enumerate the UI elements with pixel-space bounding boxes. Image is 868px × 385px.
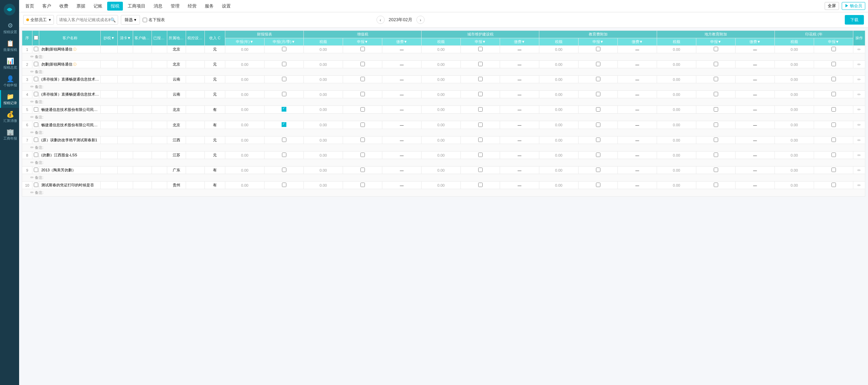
row-jy-sb[interactable] — [579, 121, 618, 129]
row-yh-sb[interactable] — [814, 137, 853, 144]
row-caiwu-yue[interactable] — [265, 61, 304, 68]
nav-baoshui[interactable]: 报税 — [107, 2, 123, 11]
row-yh-sb[interactable] — [814, 152, 853, 159]
row-select-cell[interactable] — [32, 46, 39, 53]
nav-home[interactable]: 首页 — [22, 2, 38, 11]
row-checkbox[interactable] — [34, 107, 38, 112]
row-ops-edit[interactable]: ✏ — [853, 61, 865, 68]
row-checkbox[interactable] — [831, 47, 836, 51]
row-caiwu-yue[interactable] — [265, 167, 304, 174]
row-cs-sb[interactable] — [461, 137, 500, 144]
row-ops-edit[interactable]: ✏ — [853, 121, 865, 129]
row-jy-sb[interactable] — [579, 46, 618, 53]
sidebar-item-geshui-shenbao[interactable]: 👤 个税申报 — [0, 72, 19, 90]
fullscreen-button[interactable]: 全屏 — [825, 2, 839, 10]
row-ops-edit[interactable]: ✏ — [853, 76, 865, 83]
row-checkbox[interactable] — [596, 168, 600, 172]
row-checkbox[interactable] — [831, 138, 836, 142]
row-checkbox[interactable] — [714, 153, 718, 157]
row-checkbox[interactable] — [831, 168, 836, 172]
row-checkbox[interactable] — [596, 92, 600, 96]
row-df-sb[interactable] — [696, 152, 736, 159]
row-checkbox[interactable] — [596, 153, 600, 157]
row-cs-sb[interactable] — [461, 167, 500, 174]
row-checkbox[interactable] — [478, 77, 483, 81]
row-cs-sb[interactable] — [461, 61, 500, 68]
row-yh-sb[interactable] — [814, 46, 853, 53]
row-zz-sb[interactable] — [343, 61, 382, 68]
row-caiwu-yue[interactable] — [265, 121, 304, 129]
row-checkbox[interactable] — [478, 92, 483, 96]
row-checkbox[interactable] — [714, 168, 718, 172]
filter-button[interactable]: 筛选 ▾ — [121, 15, 140, 25]
row-checkbox[interactable] — [360, 153, 365, 157]
row-checkbox[interactable] — [831, 123, 836, 127]
row-select-cell[interactable] — [32, 121, 39, 129]
row-checkbox[interactable] — [360, 47, 365, 51]
select-all-checkbox[interactable] — [34, 35, 38, 40]
row-checkbox[interactable] — [282, 153, 286, 157]
row-cs-sb[interactable] — [461, 76, 500, 83]
row-checkbox[interactable] — [714, 92, 718, 96]
row-checkbox[interactable] — [478, 107, 483, 112]
row-checkbox[interactable] — [596, 47, 600, 51]
row-caiwu-yue[interactable] — [265, 152, 304, 159]
row-select-cell[interactable] — [32, 91, 39, 98]
row-ops-edit[interactable]: ✏ — [853, 106, 865, 114]
mingdan-checkbox[interactable] — [143, 18, 147, 22]
row-checkbox[interactable] — [831, 92, 836, 96]
row-select-cell[interactable] — [32, 137, 39, 144]
row-select-cell[interactable] — [32, 167, 39, 174]
row-checkbox[interactable] — [596, 183, 600, 187]
row-zz-sb[interactable] — [343, 137, 382, 144]
row-cs-sb[interactable] — [461, 182, 500, 189]
nav-guanli[interactable]: 管理 — [167, 2, 183, 11]
row-caiwu-yue[interactable] — [265, 137, 304, 144]
row-jy-sb[interactable] — [579, 106, 618, 114]
row-checkbox[interactable] — [34, 77, 38, 81]
row-checkbox[interactable] — [478, 62, 483, 66]
row-cs-sb[interactable] — [461, 121, 500, 129]
row-jy-sb[interactable] — [579, 91, 618, 98]
row-yh-sb[interactable] — [814, 91, 853, 98]
row-jy-sb[interactable] — [579, 76, 618, 83]
row-checkbox[interactable] — [596, 77, 600, 81]
row-caiwu-yue[interactable] — [265, 76, 304, 83]
row-checkbox[interactable] — [714, 123, 718, 127]
row-checkbox[interactable] — [714, 107, 718, 112]
download-button[interactable]: 下载 — [845, 15, 864, 25]
row-checkbox[interactable] — [478, 47, 483, 51]
row-yh-sb[interactable] — [814, 106, 853, 114]
search-icon[interactable]: 🔍 — [110, 17, 116, 23]
row-checkbox[interactable] — [282, 138, 286, 142]
row-select-cell[interactable] — [32, 106, 39, 114]
row-jy-sb[interactable] — [579, 167, 618, 174]
row-checkbox[interactable] — [714, 77, 718, 81]
row-zz-sb[interactable] — [343, 152, 382, 159]
member-button[interactable]: ▶ 畅会员 — [842, 2, 865, 10]
row-zz-sb[interactable] — [343, 121, 382, 129]
row-ops-edit[interactable]: ✏ — [853, 91, 865, 98]
sidebar-item-baoshui-zonglang[interactable]: 📊 报税总览 — [0, 55, 19, 72]
row-df-sb[interactable] — [696, 106, 736, 114]
row-jy-sb[interactable] — [579, 182, 618, 189]
sidebar-item-baoshui-jilu[interactable]: 📁 报税记录 — [0, 90, 19, 108]
row-yh-sb[interactable] — [814, 182, 853, 189]
row-cs-sb[interactable] — [461, 106, 500, 114]
nav-shoufei[interactable]: 收费 — [56, 2, 72, 11]
employee-filter-select[interactable]: 全部员工 ▾ — [23, 15, 54, 25]
row-jy-sb[interactable] — [579, 152, 618, 159]
row-cs-sb[interactable] — [461, 91, 500, 98]
row-checkbox[interactable] — [596, 107, 600, 112]
nav-xiaoxi[interactable]: 消息 — [150, 2, 166, 11]
sidebar-item-piliang-baoshui[interactable]: 📋 批量报税 — [0, 37, 19, 55]
row-checkbox[interactable] — [360, 92, 365, 96]
row-caiwu-yue[interactable] — [265, 106, 304, 114]
prev-month-button[interactable]: ‹ — [376, 16, 385, 24]
row-checkbox[interactable] — [596, 138, 600, 142]
row-caiwu-yue[interactable] — [265, 182, 304, 189]
row-checkbox[interactable] — [714, 183, 718, 187]
row-checkbox[interactable] — [282, 62, 286, 66]
row-zz-sb[interactable] — [343, 91, 382, 98]
row-checkbox[interactable] — [282, 47, 286, 51]
